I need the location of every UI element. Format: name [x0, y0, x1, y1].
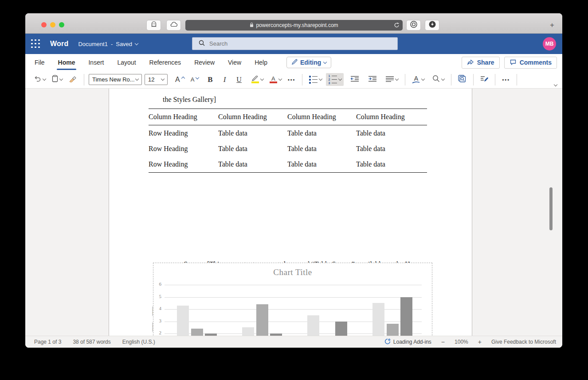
table-header-cell[interactable]: Column Heading [356, 113, 427, 121]
table-cell[interactable]: Row Heading [149, 129, 218, 137]
table-cell[interactable]: Table data [356, 160, 427, 168]
save-status[interactable]: Saved [116, 41, 132, 47]
table-cell[interactable]: Table data [218, 145, 287, 153]
tab-insert[interactable]: Insert [82, 54, 110, 71]
bold-button[interactable]: B [205, 74, 215, 86]
cloud-icon [170, 21, 178, 29]
italic-button[interactable]: I [221, 74, 228, 86]
downloads-button[interactable] [425, 20, 439, 31]
table-cell[interactable]: Table data [218, 129, 287, 137]
tab-file[interactable]: File [28, 54, 51, 71]
reload-icon[interactable] [394, 22, 400, 29]
underline-button[interactable]: U [234, 74, 244, 85]
font-name-select[interactable]: Times New Ro... [89, 74, 142, 85]
grow-font-icon: A [175, 76, 180, 84]
grow-font-button[interactable]: A [173, 74, 187, 85]
avatar[interactable]: MB [543, 37, 556, 50]
document-page[interactable]: the Styles Gallery] Column HeadingColumn… [109, 89, 472, 336]
document-title-group[interactable]: Document1 - Saved [78, 41, 138, 47]
find-button[interactable] [430, 73, 447, 86]
search-input[interactable] [209, 40, 378, 47]
address-bar[interactable]: powerconcepts-my.sharepoint.com [185, 20, 403, 31]
immersive-reader-icon [458, 75, 466, 84]
ghost-icon [150, 21, 157, 30]
format-painter-button[interactable] [67, 74, 79, 86]
editing-mode-button[interactable]: Editing [286, 57, 331, 68]
share-button[interactable]: Share [462, 57, 500, 69]
tab-view[interactable]: View [221, 54, 248, 71]
undo-button[interactable] [31, 74, 48, 85]
chart-y-tick: 4 [154, 306, 161, 311]
zoom-out-button[interactable]: − [441, 338, 445, 345]
table-cell[interactable]: Table data [287, 160, 356, 168]
table-cell[interactable]: Table data [356, 145, 427, 153]
font-size-select[interactable]: 12 [145, 74, 168, 85]
header-search-box[interactable] [192, 37, 398, 50]
collapse-ribbon-icon[interactable] [554, 83, 557, 86]
feedback-link[interactable]: Give Feedback to Microsoft [491, 339, 556, 345]
icloud-tabs-button[interactable] [166, 20, 181, 31]
minimize-window-button[interactable] [50, 22, 55, 27]
highlight-color-button[interactable] [249, 74, 266, 85]
shrink-font-button[interactable]: A [188, 74, 201, 85]
app-name[interactable]: Word [50, 40, 68, 48]
vertical-scrollbar[interactable] [549, 187, 553, 230]
tab-layout[interactable]: Layout [110, 54, 142, 71]
zoom-window-button[interactable] [59, 22, 64, 27]
doc-table[interactable]: Column HeadingColumn HeadingColumn Headi… [149, 109, 427, 173]
table-cell[interactable]: Row Heading [149, 145, 218, 153]
table-row: Row HeadingTable dataTable dataTable dat… [149, 157, 427, 172]
language-indicator[interactable]: English (U.S.) [122, 339, 155, 345]
tab-home[interactable]: Home [51, 54, 82, 71]
styles-button[interactable]: A [410, 74, 427, 85]
tab-review[interactable]: Review [188, 54, 221, 71]
onepassword-button[interactable] [406, 20, 421, 31]
table-cell[interactable]: Table data [356, 129, 427, 137]
table-cell[interactable]: Table data [287, 129, 356, 137]
bullet-list-button[interactable] [307, 74, 324, 85]
chart-object[interactable]: Chart Title 65432 [153, 263, 432, 336]
table-cell[interactable]: Table data [287, 145, 356, 153]
table-header-cell[interactable]: Column Heading [287, 113, 356, 121]
more-font-options-button[interactable]: ••• [286, 75, 298, 84]
chart-y-tick: 5 [154, 294, 161, 299]
alignment-button[interactable] [384, 74, 400, 85]
ghost-extension-button[interactable] [146, 20, 161, 31]
tab-help[interactable]: Help [248, 54, 274, 71]
immersive-reader-button[interactable] [456, 73, 469, 86]
font-color-button[interactable]: A [267, 74, 284, 85]
new-tab-button[interactable]: + [546, 20, 558, 31]
decrease-indent-icon [350, 76, 359, 84]
increase-indent-button[interactable] [366, 74, 379, 85]
addins-label: Loading Add-ins [393, 339, 431, 345]
more-icon: ••• [502, 77, 510, 82]
more-commands-button[interactable]: ••• [500, 75, 512, 84]
paragraph-text[interactable]: the Styles Gallery] [163, 96, 216, 104]
app-launcher-icon[interactable] [31, 39, 40, 49]
zoom-level[interactable]: 100% [455, 339, 468, 345]
decrease-indent-button[interactable] [348, 74, 361, 85]
document-name[interactable]: Document1 [78, 41, 107, 47]
comments-button[interactable]: Comments [504, 57, 557, 69]
table-header-cell[interactable]: Column Heading [149, 113, 218, 121]
page-indicator[interactable]: Page 1 of 3 [34, 339, 61, 345]
editing-label: Editing [300, 59, 321, 66]
zoom-in-button[interactable]: + [478, 338, 482, 345]
chart-bar [256, 304, 268, 336]
word-count[interactable]: 38 of 587 words [73, 339, 110, 345]
chart-bar [387, 324, 399, 336]
toolbar-divider [405, 74, 405, 85]
tab-references[interactable]: References [143, 54, 188, 71]
paste-button[interactable] [50, 73, 65, 86]
numbered-list-button[interactable]: 123 [326, 73, 344, 86]
word-header: Word Document1 - Saved MB [25, 34, 562, 54]
comments-label: Comments [520, 59, 552, 66]
chart-bar [205, 333, 217, 336]
document-canvas[interactable]: the Styles Gallery] Column HeadingColumn… [25, 89, 562, 336]
table-cell[interactable]: Row Heading [149, 160, 218, 168]
table-cell[interactable]: Table data [218, 160, 287, 168]
table-header-cell[interactable]: Column Heading [218, 113, 287, 121]
close-window-button[interactable] [41, 22, 47, 27]
editor-button[interactable] [478, 74, 490, 85]
bullets-icon [309, 76, 318, 84]
